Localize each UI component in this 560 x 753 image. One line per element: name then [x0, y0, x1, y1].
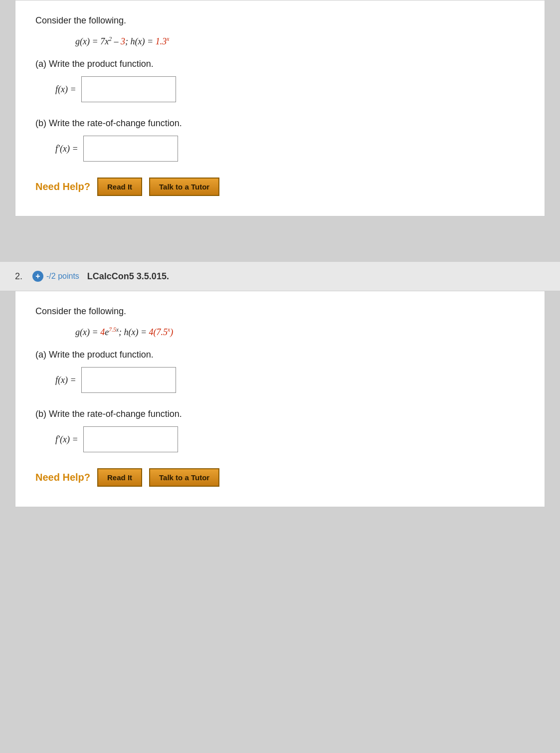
- q2-formula: g(x) = 4e7.5x; h(x) = 4(7.5x): [35, 327, 525, 338]
- question1-section: Consider the following. g(x) = 7x2 – 3; …: [15, 0, 545, 216]
- q1-g-part: g(x) = 7x2 –: [75, 36, 121, 46]
- q2-fpx-label: f′(x) =: [55, 434, 78, 445]
- q1-formula: g(x) = 7x2 – 3; h(x) = 1.3x: [35, 36, 525, 47]
- q1-part-b-label: (b) Write the rate-of-change function.: [35, 118, 525, 129]
- page-container: Consider the following. g(x) = 7x2 – 3; …: [0, 0, 560, 507]
- q2-fx-label: f(x) =: [55, 375, 76, 385]
- question2-header: 2. + -/2 points LCalcCon5 3.5.015.: [0, 261, 560, 291]
- q2-h-red: 4(7.5x): [149, 327, 174, 337]
- section-gap: [0, 216, 560, 241]
- q2-fx-input[interactable]: [81, 367, 176, 393]
- q1-part-a-label: (a) Write the product function.: [35, 59, 525, 69]
- plus-circle-icon[interactable]: +: [32, 271, 43, 282]
- q2-g-red: 4: [100, 327, 105, 337]
- q2-fpx-row: f′(x) =: [35, 426, 525, 452]
- q1-need-help-label: Need Help?: [35, 181, 90, 192]
- q2-read-it-button[interactable]: Read It: [97, 468, 142, 487]
- q1-read-it-button[interactable]: Read It: [97, 178, 142, 196]
- q1-fx-label: f(x) =: [55, 84, 76, 95]
- q1-h-red: 1.3x: [156, 36, 170, 46]
- q1-g-red: 3: [121, 36, 125, 46]
- question2-section: Consider the following. g(x) = 4e7.5x; h…: [15, 291, 545, 507]
- q2-fx-row: f(x) =: [35, 367, 525, 393]
- q2-g-part: g(x) =: [75, 327, 100, 337]
- q1-fx-input[interactable]: [81, 76, 176, 102]
- q2-part-b-label: (b) Write the rate-of-change function.: [35, 409, 525, 419]
- q1-fx-row: f(x) =: [35, 76, 525, 102]
- q1-fpx-label: f′(x) =: [55, 144, 78, 154]
- q2-number: 2.: [15, 271, 22, 282]
- q1-talk-button[interactable]: Talk to a Tutor: [149, 178, 219, 196]
- q2-part-a-label: (a) Write the product function.: [35, 350, 525, 360]
- q2-title: LCalcCon5 3.5.015.: [87, 271, 169, 282]
- q1-fpx-input[interactable]: [83, 136, 178, 162]
- q2-points-text: -/2 points: [46, 272, 79, 281]
- q2-points-badge: + -/2 points: [32, 271, 79, 282]
- q1-need-help-row: Need Help? Read It Talk to a Tutor: [35, 178, 525, 196]
- q2-need-help-label: Need Help?: [35, 472, 90, 483]
- q2-g-e: e7.5x; h(x) =: [105, 327, 149, 337]
- q1-consider-text: Consider the following.: [35, 15, 525, 26]
- q2-fpx-input[interactable]: [83, 426, 178, 452]
- q2-need-help-row: Need Help? Read It Talk to a Tutor: [35, 468, 525, 487]
- q1-fpx-row: f′(x) =: [35, 136, 525, 162]
- q2-talk-button[interactable]: Talk to a Tutor: [149, 468, 219, 487]
- q2-consider-text: Consider the following.: [35, 306, 525, 317]
- q1-h-part: ; h(x) =: [125, 36, 156, 46]
